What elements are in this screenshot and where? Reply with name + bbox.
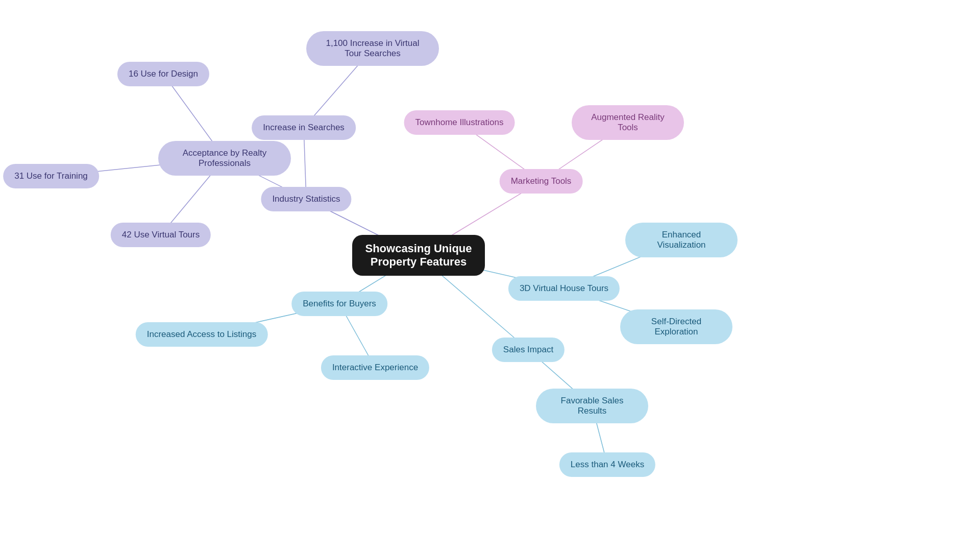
node-use_design: 16 Use for Design <box>117 62 209 86</box>
node-increased_access: Increased Access to Listings <box>136 322 268 347</box>
node-self_directed: Self-Directed Exploration <box>620 309 732 344</box>
node-industry_stats: Industry Statistics <box>261 187 351 211</box>
node-increase_searches: Increase in Searches <box>252 115 356 140</box>
node-virtual_house_tours: 3D Virtual House Tours <box>508 276 620 301</box>
node-ar_tools: Augmented Reality Tools <box>572 105 684 140</box>
node-use_training: 31 Use for Training <box>3 164 99 188</box>
node-townhome: Townhome Illustrations <box>404 110 515 135</box>
node-acceptance: Acceptance by Realty Professionals <box>158 141 291 176</box>
node-marketing_tools: Marketing Tools <box>500 169 583 194</box>
node-enhanced_viz: Enhanced Visualization <box>625 223 738 257</box>
node-less_than_weeks: Less than 4 Weeks <box>559 452 655 477</box>
node-sales_impact: Sales Impact <box>492 338 565 362</box>
node-center: Showcasing Unique Property Features <box>352 235 485 276</box>
node-virtual_tour_searches: 1,100 Increase in Virtual Tour Searches <box>306 31 439 66</box>
mindmap-canvas: Showcasing Unique Property FeaturesAccep… <box>0 0 980 553</box>
node-favorable_sales: Favorable Sales Results <box>536 389 648 423</box>
node-interactive_exp: Interactive Experience <box>321 355 429 380</box>
node-benefits_buyers: Benefits for Buyers <box>291 292 387 316</box>
node-use_virtual: 42 Use Virtual Tours <box>111 223 211 247</box>
